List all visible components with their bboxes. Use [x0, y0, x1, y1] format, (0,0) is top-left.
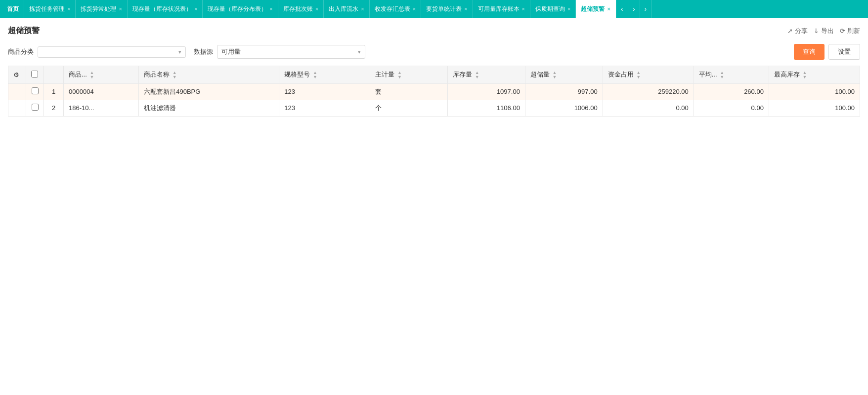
- close-icon[interactable]: ×: [194, 6, 197, 12]
- row-number: 2: [44, 100, 64, 116]
- filter-actions: 查询 设置: [794, 44, 860, 60]
- data-source-select[interactable]: 可用量 ▾: [217, 45, 365, 59]
- settings-button[interactable]: 设置: [828, 44, 860, 60]
- filter-row: 商品分类 ▾ 数据源 可用量 ▾ 查询 设置: [8, 44, 860, 60]
- cell-max-stock: 100.00: [769, 100, 860, 116]
- cell-stock: 1097.00: [448, 83, 525, 100]
- nav-tab-9[interactable]: 可用量库存账本 ×: [473, 0, 530, 18]
- row-gear-cell: [8, 83, 26, 100]
- share-icon: ➚: [787, 27, 793, 35]
- th-avg[interactable]: 平均... ▲▼: [694, 66, 769, 84]
- close-icon[interactable]: ×: [269, 6, 272, 12]
- nav-tab-11-active[interactable]: 超储预警 ×: [576, 0, 615, 18]
- th-unit[interactable]: 主计量 ▲▼: [370, 66, 448, 84]
- header-actions: ➚ 分享 ⇓ 导出 ⟳ 刷新: [787, 27, 860, 36]
- close-icon[interactable]: ×: [607, 6, 610, 12]
- page-header: 超储预警 ➚ 分享 ⇓ 导出 ⟳ 刷新: [8, 26, 860, 36]
- cell-unit: 套: [370, 83, 448, 100]
- close-icon[interactable]: ×: [315, 6, 318, 12]
- sort-arrows-icon: ▲▼: [636, 71, 641, 79]
- th-gear[interactable]: ⚙: [8, 66, 26, 84]
- page-content: 超储预警 ➚ 分享 ⇓ 导出 ⟳ 刷新 商品分类 ▾ 数据源: [0, 18, 868, 395]
- close-icon[interactable]: ×: [119, 6, 122, 12]
- sort-arrows-icon: ▲▼: [173, 71, 177, 79]
- th-spec[interactable]: 规格型号 ▲▼: [279, 66, 370, 84]
- top-nav: 首页 拣货任务管理 × 拣货异常处理 × 现存量（库存状况表） × 现存量（库存…: [0, 0, 868, 18]
- cell-stock: 1106.00: [448, 100, 525, 116]
- refresh-button[interactable]: ⟳ 刷新: [840, 27, 860, 36]
- close-icon[interactable]: ×: [361, 6, 364, 12]
- nav-more-button[interactable]: ›: [640, 0, 651, 18]
- chevron-down-icon: ▾: [178, 49, 181, 55]
- row-checkbox-cell[interactable]: [26, 100, 44, 116]
- nav-next-button[interactable]: ›: [628, 0, 640, 18]
- cell-capital: 259220.00: [603, 83, 694, 100]
- th-capital[interactable]: 资金占用 ▲▼: [603, 66, 694, 84]
- cell-product-code: 186-10...: [64, 100, 139, 116]
- row-number: 1: [44, 83, 64, 100]
- th-product-code[interactable]: 商品... ▲▼: [64, 66, 139, 84]
- cell-product-name: 六配套新昌490BPG: [139, 83, 279, 100]
- sort-arrows-icon: ▲▼: [313, 71, 317, 79]
- th-product-name[interactable]: 商品名称 ▲▼: [139, 66, 279, 84]
- close-icon[interactable]: ×: [67, 6, 70, 12]
- close-icon[interactable]: ×: [567, 6, 570, 12]
- sort-arrows-icon: ▲▼: [720, 71, 724, 79]
- nav-tab-2[interactable]: 拣货异常处理 ×: [76, 0, 127, 18]
- th-stock[interactable]: 库存量 ▲▼: [448, 66, 525, 84]
- th-overstock[interactable]: 超储量 ▲▼: [525, 66, 603, 84]
- table-row: 1 0000004 六配套新昌490BPG 123 套 1097.00 997.…: [8, 83, 860, 100]
- data-source-value: 可用量: [221, 47, 241, 56]
- sort-arrows-icon: ▲▼: [397, 71, 402, 79]
- th-max-stock[interactable]: 最高库存 ▲▼: [769, 66, 860, 84]
- nav-tab-3[interactable]: 现存量（库存状况表） ×: [128, 0, 203, 18]
- cell-spec: 123: [279, 83, 370, 100]
- close-icon[interactable]: ×: [522, 6, 525, 12]
- row-checkbox[interactable]: [32, 104, 39, 111]
- export-icon: ⇓: [814, 27, 819, 35]
- row-checkbox[interactable]: [32, 87, 39, 94]
- th-checkbox[interactable]: [26, 66, 44, 84]
- export-button[interactable]: ⇓ 导出: [814, 27, 834, 36]
- query-button[interactable]: 查询: [794, 44, 825, 60]
- close-icon[interactable]: ×: [464, 6, 467, 12]
- cell-capital: 0.00: [603, 100, 694, 116]
- sort-arrows-icon: ▲▼: [89, 71, 94, 79]
- data-source-label: 数据源: [194, 47, 213, 56]
- nav-tab-7[interactable]: 收发存汇总表 ×: [370, 0, 421, 18]
- th-row-num: [44, 66, 64, 84]
- cell-overstock: 997.00: [525, 83, 603, 100]
- cell-spec: 123: [279, 100, 370, 116]
- row-checkbox-cell[interactable]: [26, 83, 44, 100]
- page-title: 超储预警: [8, 26, 40, 36]
- nav-tab-1[interactable]: 拣货任务管理 ×: [24, 0, 76, 18]
- product-category-label: 商品分类: [8, 47, 34, 56]
- nav-tab-10[interactable]: 保质期查询 ×: [530, 0, 576, 18]
- row-gear-cell: [8, 100, 26, 116]
- nav-tab-home[interactable]: 首页: [2, 0, 24, 18]
- cell-overstock: 1006.00: [525, 100, 603, 116]
- data-table: ⚙ 商品... ▲▼ 商品名称 ▲▼ 规格型号 ▲▼: [8, 66, 860, 117]
- nav-tab-6[interactable]: 出入库流水 ×: [324, 0, 369, 18]
- cell-unit: 个: [370, 100, 448, 116]
- chevron-down-icon: ▾: [358, 49, 361, 55]
- nav-tab-4[interactable]: 现存量（库存分布表） ×: [203, 0, 278, 18]
- close-icon[interactable]: ×: [413, 6, 416, 12]
- sort-arrows-icon: ▲▼: [553, 71, 557, 79]
- sort-arrows-icon: ▲▼: [803, 71, 807, 79]
- data-source-filter: 数据源 可用量 ▾: [194, 45, 365, 59]
- cell-max-stock: 100.00: [769, 83, 860, 100]
- cell-avg: 0.00: [694, 100, 769, 116]
- nav-tab-8[interactable]: 要货单统计表 ×: [421, 0, 473, 18]
- select-all-checkbox[interactable]: [31, 71, 38, 78]
- nav-tab-5[interactable]: 库存批次账 ×: [278, 0, 324, 18]
- sort-arrows-icon: ▲▼: [475, 71, 479, 79]
- cell-avg: 260.00: [694, 83, 769, 100]
- gear-icon[interactable]: ⚙: [13, 71, 19, 79]
- nav-prev-button[interactable]: ‹: [616, 0, 628, 18]
- table-row: 2 186-10... 机油滤清器 123 个 1106.00 1006.00 …: [8, 100, 860, 116]
- cell-product-code: 0000004: [64, 83, 139, 100]
- product-category-filter: 商品分类 ▾: [8, 46, 186, 58]
- share-button[interactable]: ➚ 分享: [787, 27, 808, 36]
- product-category-select[interactable]: ▾: [38, 46, 186, 58]
